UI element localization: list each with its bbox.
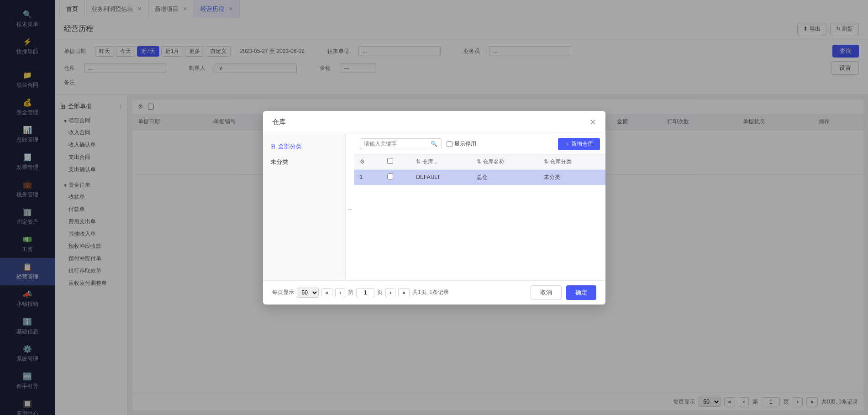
unclassified-label: 未分类 (270, 158, 288, 166)
show-disabled-checkbox-label[interactable]: 显示停用 (447, 140, 476, 148)
modal-collapse-btn[interactable]: 《 (345, 134, 354, 280)
modal-table-area: ⚙ ⇅ 仓库... ⇅ 仓库名称 (354, 154, 605, 280)
modal-pagination: 每页显示 50 « ‹ 第 页 › » 共1页, 1条记录 (272, 288, 449, 298)
modal-row-name: 总仓 (471, 169, 538, 185)
modal-confirm-button[interactable]: 确定 (566, 285, 596, 300)
modal-search-input[interactable] (364, 141, 428, 147)
modal-search-icon: 🔍 (431, 141, 437, 147)
modal-row-index: 1 (354, 169, 382, 185)
modal-page-input[interactable] (356, 288, 374, 297)
modal-body: ⊞ 全部分类 未分类 《 🔍 (263, 134, 605, 280)
modal-actions: 取消 确定 (531, 285, 596, 300)
modal-all-category[interactable]: ⊞ 全部分类 (263, 139, 345, 154)
modal-col-name: ⇅ 仓库名称 (471, 154, 538, 170)
modal-total: 共1页, 1条记录 (412, 289, 449, 296)
modal-close-button[interactable]: ✕ (589, 117, 596, 127)
all-category-label: 全部分类 (278, 142, 302, 151)
modal-footer: 每页显示 50 « ‹ 第 页 › » 共1页, 1条记录 取消 确定 (263, 280, 605, 305)
modal-select-all[interactable] (387, 158, 393, 164)
add-warehouse-button[interactable]: ＋ 新增仓库 (558, 138, 600, 150)
modal-header: 仓库 ✕ (263, 111, 605, 134)
modal-table: ⚙ ⇅ 仓库... ⇅ 仓库名称 (354, 154, 605, 185)
modal-col-settings: ⚙ (354, 154, 382, 170)
sort-icon: ⇅ (416, 158, 421, 165)
modal-row-code: DEFAULT (410, 169, 471, 185)
warehouse-modal: 仓库 ✕ ⊞ 全部分类 未分类 《 (263, 111, 605, 305)
modal-right-panel: 🔍 显示停用 ＋ 新增仓库 ⚙ (354, 134, 605, 280)
modal-title: 仓库 (272, 118, 286, 126)
modal-next-btn[interactable]: › (385, 288, 395, 297)
modal-per-page-select[interactable]: 50 (297, 288, 319, 298)
show-disabled-checkbox[interactable] (447, 141, 452, 147)
modal-row-checkbox[interactable] (382, 169, 411, 185)
grid-icon: ⊞ (270, 143, 275, 150)
modal-overlay: 仓库 ✕ ⊞ 全部分类 未分类 《 (0, 0, 868, 415)
modal-left-wrapper: ⊞ 全部分类 未分类 《 (263, 134, 354, 280)
modal-toolbar: 🔍 显示停用 ＋ 新增仓库 (354, 134, 605, 154)
modal-col-category: ⇅ 仓库分类 (538, 154, 605, 170)
modal-page-label: 页 (377, 289, 383, 296)
modal-last-btn[interactable]: » (398, 288, 410, 297)
modal-category-panel: ⊞ 全部分类 未分类 (263, 134, 345, 280)
sort-icon2: ⇅ (477, 158, 481, 165)
modal-col-checkbox (382, 154, 411, 170)
modal-page-prefix: 第 (348, 289, 353, 296)
modal-unclassified[interactable]: 未分类 (263, 154, 345, 170)
modal-col-code: ⇅ 仓库... (410, 154, 471, 170)
modal-first-btn[interactable]: « (321, 288, 333, 297)
sort-icon3: ⇅ (544, 158, 548, 165)
modal-prev-btn[interactable]: ‹ (335, 288, 345, 297)
modal-cancel-button[interactable]: 取消 (531, 285, 562, 300)
modal-per-page-label: 每页显示 (272, 289, 294, 296)
modal-row-category: 未分类 (538, 169, 605, 185)
modal-table-row[interactable]: 1 DEFAULT 总仓 未分类 (354, 169, 605, 185)
modal-search-box[interactable]: 🔍 (360, 138, 442, 149)
show-disabled-label: 显示停用 (454, 140, 476, 148)
